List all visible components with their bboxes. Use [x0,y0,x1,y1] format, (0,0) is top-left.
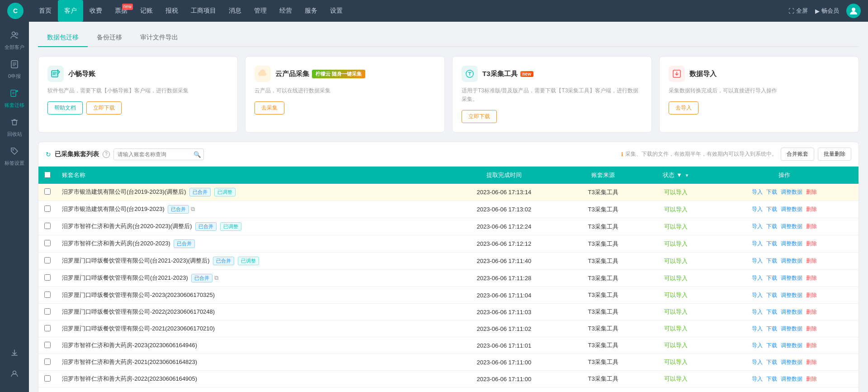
action-导入[interactable]: 导入 [752,275,763,281]
nav-message[interactable]: 消息 [222,0,248,22]
row-checkbox[interactable] [44,308,51,315]
merge-button[interactable]: 合并账套 [781,148,814,161]
row-checkbox[interactable] [44,188,51,195]
action-调整数据[interactable]: 调整数据 [781,292,802,298]
action-下载[interactable]: 下载 [766,376,777,382]
batch-delete-button[interactable]: 批量删除 [818,148,851,161]
action-调整数据[interactable]: 调整数据 [781,376,802,382]
cloud-collect-button[interactable]: 去采集 [255,101,284,115]
tab-backup-migration[interactable]: 备份迁移 [88,29,131,47]
action-删除[interactable]: 删除 [806,240,817,247]
refresh-icon[interactable]: ↻ [46,151,51,158]
action-下载[interactable]: 下载 [766,240,777,247]
row-checkbox[interactable] [44,375,51,382]
tab-data-migration[interactable]: 数据包迁移 [38,29,88,47]
row-checkbox[interactable] [44,292,51,298]
sidebar-item-recycle[interactable]: 回收站 [0,113,29,142]
row-checkbox[interactable] [44,325,51,331]
t3-download-button[interactable]: 立即下载 [462,110,497,123]
action-导入[interactable]: 导入 [752,359,763,365]
row-checkbox[interactable] [44,359,51,365]
nav-service[interactable]: 服务 [298,0,324,22]
nav-manage[interactable]: 管理 [248,0,273,22]
xiaochang-help-button[interactable]: 帮助文档 [47,101,83,115]
nav-settings[interactable]: 设置 [324,0,349,22]
action-导入[interactable]: 导入 [752,240,763,247]
row-checkbox[interactable] [44,206,51,212]
app-logo[interactable]: C [7,3,24,19]
action-导入[interactable]: 导入 [752,292,763,298]
action-调整数据[interactable]: 调整数据 [781,258,802,264]
sidebar-item-zero-report[interactable]: 0申报 [0,55,29,84]
action-删除[interactable]: 删除 [806,342,817,349]
action-下载[interactable]: 下载 [766,189,777,195]
sidebar-item-download[interactable] [10,344,19,364]
member-button[interactable]: ▶ 畅会员 [815,7,839,15]
row-checkbox[interactable] [44,223,51,229]
action-调整数据[interactable]: 调整数据 [781,206,802,212]
nav-operation[interactable]: 经营 [273,0,298,22]
action-删除[interactable]: 删除 [806,325,817,332]
action-下载[interactable]: 下载 [766,275,777,281]
nav-customer[interactable]: 客户 [58,0,83,22]
action-下载[interactable]: 下载 [766,325,777,332]
row-checkbox[interactable] [44,342,51,348]
action-调整数据[interactable]: 调整数据 [781,189,802,195]
action-调整数据[interactable]: 调整数据 [781,325,802,332]
action-调整数据[interactable]: 调整数据 [781,240,802,247]
action-导入[interactable]: 导入 [752,325,763,332]
action-导入[interactable]: 导入 [752,309,763,315]
sidebar-item-account-migrate[interactable]: 账套迁移 [0,84,29,113]
search-button[interactable]: 🔍 [193,151,201,158]
tab-audit-export[interactable]: 审计文件导出 [131,29,187,47]
action-导入[interactable]: 导入 [752,189,763,195]
action-调整数据[interactable]: 调整数据 [781,359,802,365]
action-删除[interactable]: 删除 [806,309,817,315]
action-调整数据[interactable]: 调整数据 [781,223,802,229]
nav-tax[interactable]: 报税 [159,0,184,22]
nav-fee[interactable]: 收费 [83,0,108,22]
xiaochang-download-button[interactable]: 立即下载 [86,101,122,115]
action-导入[interactable]: 导入 [752,376,763,382]
action-调整数据[interactable]: 调整数据 [781,309,802,315]
row-copy-icon[interactable]: ⧉ [214,274,218,281]
action-导入[interactable]: 导入 [752,206,763,212]
sidebar-item-tag-settings[interactable]: 标签设置 [0,142,29,171]
import-go-button[interactable]: 去导入 [669,101,698,115]
action-删除[interactable]: 删除 [806,223,817,229]
nav-home[interactable]: 首页 [33,0,58,22]
row-checkbox[interactable] [44,257,51,263]
select-all-checkbox[interactable] [44,172,51,178]
nav-invoice[interactable]: 票据 new [108,0,134,22]
action-下载[interactable]: 下载 [766,309,777,315]
action-删除[interactable]: 删除 [806,189,817,195]
nav-business[interactable]: 工商项目 [184,0,222,22]
action-下载[interactable]: 下载 [766,292,777,298]
action-下载[interactable]: 下载 [766,258,777,264]
action-删除[interactable]: 删除 [806,292,817,298]
action-删除[interactable]: 删除 [806,275,817,281]
action-删除[interactable]: 删除 [806,359,817,365]
search-input[interactable] [113,148,204,160]
action-调整数据[interactable]: 调整数据 [781,342,802,349]
action-调整数据[interactable]: 调整数据 [781,275,802,281]
action-下载[interactable]: 下载 [766,342,777,349]
action-导入[interactable]: 导入 [752,342,763,349]
row-checkbox[interactable] [44,240,51,246]
fullscreen-button[interactable]: ⛶ 全屏 [788,7,808,15]
help-icon[interactable]: ? [103,151,110,158]
sidebar-item-all-customers[interactable]: 全部客户 [0,26,29,55]
row-copy-icon[interactable]: ⧉ [191,206,195,212]
action-删除[interactable]: 删除 [806,206,817,212]
action-下载[interactable]: 下载 [766,206,777,212]
th-status[interactable]: 状态 ▼ ▼ [642,167,711,184]
action-删除[interactable]: 删除 [806,258,817,264]
row-checkbox[interactable] [44,274,51,281]
action-导入[interactable]: 导入 [752,258,763,264]
action-下载[interactable]: 下载 [766,223,777,229]
action-删除[interactable]: 删除 [806,376,817,382]
sidebar-item-user[interactable] [10,364,19,385]
action-下载[interactable]: 下载 [766,359,777,365]
user-avatar[interactable] [846,4,861,18]
action-导入[interactable]: 导入 [752,223,763,229]
